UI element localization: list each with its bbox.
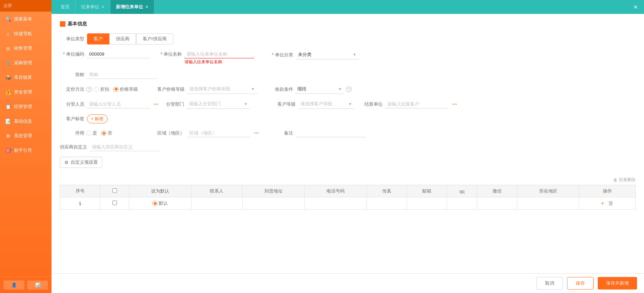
tab-home[interactable]: 首页	[55, 0, 76, 14]
pricing-help-icon[interactable]: ?	[86, 87, 92, 92]
payment-terms-select[interactable]: 现结 ▼	[295, 84, 344, 94]
region-input[interactable]	[187, 129, 250, 137]
sidebar-stats-btn[interactable]: 📊	[27, 280, 48, 290]
row-select[interactable]	[112, 201, 117, 205]
sidebar-item-system[interactable]: ⚙ 系统管理	[0, 129, 52, 143]
row-default-radio[interactable]	[152, 201, 157, 206]
disabled-yes-option[interactable]: 是	[86, 130, 97, 136]
unit-category-label: * 单位分类	[269, 52, 293, 58]
customer-level-select[interactable]: 请选择客户等级 ▼	[298, 99, 354, 109]
tab-new-partner[interactable]: 新增往来单位 ✕	[110, 0, 154, 14]
row-default-radio-option[interactable]: 默认	[133, 200, 188, 206]
disabled-row: 停用 是 否 区域（地区） ··· 备注	[60, 129, 636, 137]
settlement-more-btn[interactable]: ···	[451, 101, 458, 107]
tab-home-label: 首页	[61, 4, 70, 10]
manager-input[interactable]	[87, 100, 150, 108]
sidebar-item-search[interactable]: 🔍 搜索菜单	[0, 12, 52, 26]
unit-category-field: * 单位分类 未分类 ▼	[269, 50, 359, 59]
sidebar-item-label: 搜索菜单	[14, 16, 32, 22]
sidebar-item-finance[interactable]: 💰 资金管理	[0, 85, 52, 99]
unit-category-select[interactable]: 未分类 ▼	[296, 50, 359, 59]
unit-code-field: * 单位编码	[60, 50, 157, 58]
department-placeholder: 请输入分管部门	[189, 101, 242, 107]
disabled-yes-radio[interactable]	[86, 131, 91, 136]
bottom-bar: 取消 保存 保存并新增	[52, 273, 644, 293]
tab-partners[interactable]: 往来单位 ✕	[76, 0, 110, 14]
settlement-input[interactable]	[385, 100, 448, 108]
tab-new-partner-close[interactable]: ✕	[145, 5, 148, 9]
disabled-no-option[interactable]: 否	[101, 130, 112, 136]
row-add-btn[interactable]: +	[601, 200, 604, 206]
region-more-btn[interactable]: ···	[253, 130, 260, 136]
unit-name-input[interactable]	[184, 50, 254, 58]
customer-price-level-select[interactable]: 请选择客户价格等级 ▼	[187, 84, 257, 94]
add-tag-button[interactable]: + 标签	[87, 114, 108, 123]
unit-code-input[interactable]	[87, 50, 150, 58]
manager-more-btn[interactable]: ···	[152, 101, 160, 107]
sidebar-user-btn[interactable]: 👤	[3, 280, 24, 290]
custom-settings-button[interactable]: ⚙ 自定义项设置	[60, 157, 102, 168]
section-title: 基本信息	[60, 21, 636, 27]
table-select-all[interactable]	[112, 188, 117, 193]
sidebar-item-sales[interactable]: ◎ 销售管理	[0, 41, 52, 56]
sidebar-item-inventory[interactable]: 📦 库存核算	[0, 70, 52, 85]
unit-type-group: 客户 供应商 客户/供应商	[87, 33, 173, 44]
payment-terms-help-icon[interactable]: ?	[346, 87, 352, 92]
pricing-radio-group: 折扣 价格等级	[94, 86, 138, 92]
settlement-label: 结算单位	[358, 101, 383, 107]
payment-terms-field: 收款条件 现结 ▼ ?	[269, 84, 356, 94]
unit-type-customer[interactable]: 客户	[87, 33, 109, 44]
pricing-price-level-radio[interactable]	[113, 87, 118, 92]
col-fax: 传真	[367, 185, 407, 197]
batch-delete-button[interactable]: 🗑 批量删除	[613, 177, 636, 183]
pricing-field: 定价方法 ? 折扣 价格等级	[60, 86, 157, 92]
row-seq: 1	[60, 197, 100, 210]
sidebar-item-business[interactable]: 📋 经营管理	[0, 99, 52, 114]
sidebar-item-guide[interactable]: 🎯 新手引导	[0, 143, 52, 158]
unit-type-supplier[interactable]: 供应商	[109, 33, 136, 44]
sidebar-header: 运营	[0, 0, 52, 12]
business-icon: 📋	[5, 104, 11, 109]
sidebar-item-quick-nav[interactable]: ⌂ 快捷导航	[0, 26, 52, 41]
row-delete-btn[interactable]: 🗑	[608, 200, 614, 206]
department-select[interactable]: 请输入分管部门 ▼	[187, 99, 250, 109]
customer-level-placeholder: 请选择客户等级	[300, 101, 347, 107]
col-default: 设为默认	[129, 185, 191, 197]
tags-row: 客户标签 + 标签	[60, 114, 636, 123]
short-name-input[interactable]	[87, 71, 157, 79]
remark-field: 备注	[269, 129, 373, 137]
row-checkbox	[100, 197, 129, 210]
row-contact	[191, 197, 242, 210]
sidebar-item-label: 快捷导航	[14, 31, 32, 37]
unit-type-both[interactable]: 客户/供应商	[136, 33, 173, 44]
pricing-discount-option[interactable]: 折扣	[94, 86, 109, 92]
main-area: 首页 往来单位 ✕ 新增往来单位 ✕ ✕ 基本信息 单位类型 客户 供应商 客户…	[52, 0, 644, 293]
cancel-button[interactable]: 取消	[536, 277, 563, 290]
department-field: 分管部门 请输入分管部门 ▼	[160, 99, 271, 109]
save-button[interactable]: 保存	[567, 277, 594, 290]
table-toolbar: 🗑 批量删除	[60, 177, 636, 183]
col-qq: qq	[447, 185, 477, 197]
tab-bar-close-all[interactable]: ✕	[630, 4, 641, 10]
manager-row: 分管人员 ··· 分管部门 请输入分管部门 ▼ 客户等级 请选择客户等级 ▼ 结…	[60, 99, 636, 109]
unit-code-label: * 单位编码	[60, 51, 84, 57]
disabled-label: 停用	[60, 130, 84, 136]
customer-level-chevron: ▼	[348, 102, 352, 106]
remark-input[interactable]	[296, 129, 366, 137]
disabled-no-radio[interactable]	[101, 131, 106, 136]
tab-partners-close[interactable]: ✕	[101, 5, 104, 9]
pricing-price-level-option[interactable]: 价格等级	[113, 86, 138, 92]
search-icon: 🔍	[5, 16, 11, 22]
save-new-button[interactable]: 保存并新增	[598, 277, 637, 290]
row-wechat	[477, 197, 517, 210]
tags-field: 客户标签 + 标签	[60, 114, 636, 123]
pricing-discount-radio[interactable]	[94, 87, 99, 92]
supplier-custom-field: 供应商自定义	[60, 143, 636, 151]
sidebar-item-purchase[interactable]: 🛒 采购管理	[0, 56, 52, 70]
supplier-custom-input[interactable]	[90, 143, 159, 151]
unit-type-field: 单位类型 客户 供应商 客户/供应商	[60, 33, 636, 44]
sidebar-item-label: 新手引导	[14, 147, 32, 154]
table-row: 1 默认	[60, 197, 636, 210]
settlement-field: 结算单位 ···	[358, 100, 463, 108]
sidebar-item-basic-info[interactable]: 📝 基础信息	[0, 114, 52, 129]
